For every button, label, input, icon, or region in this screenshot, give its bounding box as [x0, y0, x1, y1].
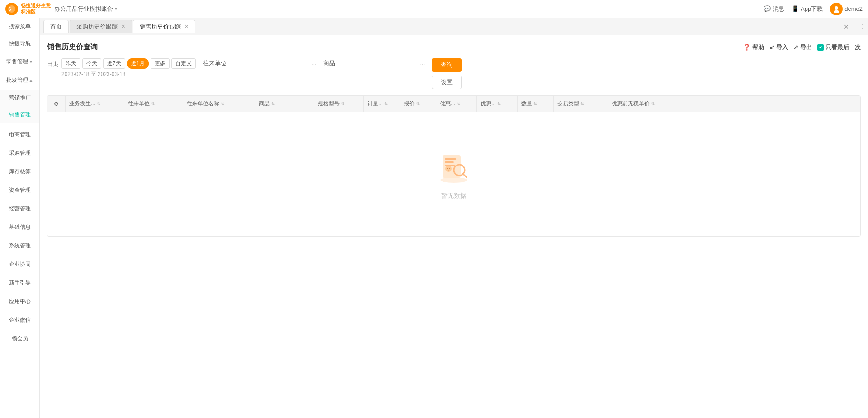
partner-dots-button[interactable]: ...	[311, 60, 316, 66]
date-btn-today[interactable]: 今天	[82, 58, 101, 69]
logo-text: 畅捷通好生意 标准版	[21, 3, 51, 14]
th-unit: 计量... ⇅	[364, 96, 400, 112]
sidebar-item-marketing[interactable]: 营销推广	[0, 90, 39, 106]
only-last-checkbox[interactable]: 只看最后一次	[817, 43, 861, 52]
sidebar-item-operations[interactable]: 经营管理	[0, 200, 39, 218]
sidebar-item-guide[interactable]: 新手引导	[0, 274, 39, 292]
th-goods: 商品 ⇅	[255, 96, 314, 112]
svg-line-10	[463, 174, 467, 177]
th-goods-label: 商品	[259, 100, 270, 108]
sidebar-item-finance[interactable]: 资金管理	[0, 181, 39, 200]
tab-sales-label: 销售历史价跟踪	[140, 23, 181, 31]
goods-input[interactable]	[337, 58, 418, 68]
sidebar-item-retail[interactable]: 零售管理 ▼	[0, 52, 39, 71]
tab-close-all-button[interactable]: ✕	[842, 21, 851, 32]
sidebar-item-appstore[interactable]: 应用中心	[0, 292, 39, 311]
sidebar-item-wholesale[interactable]: 批发管理 ▲	[0, 71, 39, 90]
date-btn-custom[interactable]: 自定义	[171, 58, 196, 69]
th-discount2-sort-icon[interactable]: ⇅	[497, 101, 501, 106]
sidebar-item-ecommerce[interactable]: 电商管理	[0, 125, 39, 144]
sidebar-item-sales[interactable]: 销售管理	[0, 106, 39, 123]
sidebar-item-basic[interactable]: 基础信息	[0, 218, 39, 237]
sidebar-item-search-menu[interactable]: 搜索菜单	[0, 18, 39, 35]
th-price-label: 报价	[404, 100, 415, 108]
basic-label: 基础信息	[9, 223, 31, 231]
wholesale-label: 批发管理	[6, 76, 28, 84]
logo-area: 6 畅捷通好生意 标准版	[5, 3, 51, 15]
date-range-text: 2023-02-18 至 2023-03-18	[61, 71, 196, 78]
user-avatar-area[interactable]: demo2	[830, 3, 863, 15]
th-unit-label: 计量...	[368, 100, 383, 108]
message-icon: 💬	[764, 5, 771, 12]
th-discount1-label: 优惠...	[440, 100, 455, 108]
goods-dots-button[interactable]: ...	[420, 60, 425, 66]
username-label: demo2	[844, 5, 863, 12]
member-label: 畅会员	[12, 335, 28, 342]
th-qty-sort-icon[interactable]: ⇅	[533, 101, 537, 106]
tab-sales-close-icon[interactable]: ✕	[184, 24, 189, 29]
th-price-sort-icon[interactable]: ⇅	[416, 101, 420, 106]
help-button[interactable]: ❓ 帮助	[743, 43, 764, 52]
svg-point-12	[447, 168, 448, 169]
top-bar-right: 💬 消息 📱 App下载 demo2	[764, 3, 863, 15]
th-discount1-sort-icon[interactable]: ⇅	[457, 101, 460, 106]
tab-purchase-label: 采购历史价跟踪	[76, 23, 118, 31]
th-unit-sort-icon[interactable]: ⇅	[384, 101, 388, 106]
content-area: 首页 采购历史价跟踪 ✕ 销售历史价跟踪 ✕ ✕ ⛶ 销售历史价查询	[40, 18, 868, 418]
settings-button[interactable]: 设置	[432, 76, 462, 89]
date-btn-last1m[interactable]: 近1月	[127, 58, 149, 69]
tab-home-label: 首页	[50, 23, 62, 31]
th-trade-type: 交易类型 ⇅	[554, 96, 608, 112]
svg-rect-8	[445, 165, 455, 166]
th-pre-tax-sort-icon[interactable]: ⇅	[651, 101, 655, 106]
query-button[interactable]: 查询	[432, 58, 462, 72]
th-goods-sort-icon[interactable]: ⇅	[271, 101, 275, 106]
top-bar-title[interactable]: 办公用品行业模拟账套 ▾	[54, 5, 117, 13]
th-biz-sort-icon[interactable]: ⇅	[97, 101, 100, 106]
svg-point-11	[445, 166, 452, 172]
th-trade-type-label: 交易类型	[557, 100, 579, 108]
date-btn-more[interactable]: 更多	[151, 58, 170, 69]
sidebar-item-enterprise[interactable]: 企业协同	[0, 255, 39, 274]
sidebar-item-quick-nav[interactable]: 快捷导航	[0, 35, 39, 52]
date-btn-row: 昨天 今天 近7天 近1月 更多 自定义	[61, 58, 196, 69]
th-trade-type-sort-icon[interactable]: ⇅	[580, 101, 584, 106]
date-btn-last7[interactable]: 近7天	[103, 58, 125, 69]
sidebar-item-system[interactable]: 系统管理	[0, 237, 39, 255]
sidebar-item-purchase[interactable]: 采购管理	[0, 144, 39, 162]
th-pre-tax-price: 优惠前无税单价 ⇅	[608, 96, 860, 112]
th-spec-sort-icon[interactable]: ⇅	[341, 101, 344, 106]
sidebar-item-wechat[interactable]: 企业微信	[0, 311, 39, 329]
th-gear[interactable]: ⚙	[47, 96, 66, 112]
th-discount1: 优惠... ⇅	[436, 96, 477, 112]
enterprise-label: 企业协同	[9, 261, 31, 268]
sidebar-item-inventory[interactable]: 库存核算	[0, 162, 39, 181]
tab-purchase-close-icon[interactable]: ✕	[121, 24, 125, 29]
goods-filter-label: 商品	[323, 59, 335, 67]
retail-label: 零售管理	[6, 58, 28, 66]
tab-maximize-button[interactable]: ⛶	[854, 21, 864, 32]
svg-point-4	[440, 177, 467, 183]
tab-home[interactable]: 首页	[43, 20, 69, 33]
filter-goods-field: 商品 ...	[323, 58, 425, 68]
help-icon: ❓	[743, 44, 750, 51]
import-button[interactable]: ↙ 导入	[769, 43, 788, 52]
date-buttons: 昨天 今天 近7天 近1月 更多 自定义 2023-02-18 至 2023-0…	[61, 58, 196, 78]
tab-purchase-history[interactable]: 采购历史价跟踪 ✕	[70, 20, 132, 33]
sales-label: 销售管理	[2, 111, 38, 119]
date-btn-yesterday[interactable]: 昨天	[61, 58, 80, 69]
th-partner-name-label: 往来单位名称	[187, 100, 219, 108]
export-button[interactable]: ↗ 导出	[793, 43, 812, 52]
import-icon: ↙	[769, 44, 774, 51]
marketing-label: 营销推广	[2, 94, 38, 102]
message-button[interactable]: 💬 消息	[764, 5, 784, 13]
th-partner-id-sort-icon[interactable]: ⇅	[151, 101, 155, 106]
tab-sales-history[interactable]: 销售历史价跟踪 ✕	[133, 20, 195, 33]
sidebar-item-member[interactable]: 畅会员	[0, 329, 39, 348]
gear-icon[interactable]: ⚙	[54, 101, 59, 107]
th-partner-name-sort-icon[interactable]: ⇅	[221, 101, 224, 106]
dropdown-arrow-icon[interactable]: ▾	[115, 6, 117, 11]
th-partner-id-label: 往来单位	[128, 100, 150, 108]
app-download-button[interactable]: 📱 App下载	[792, 5, 823, 13]
partner-input[interactable]	[228, 58, 310, 68]
